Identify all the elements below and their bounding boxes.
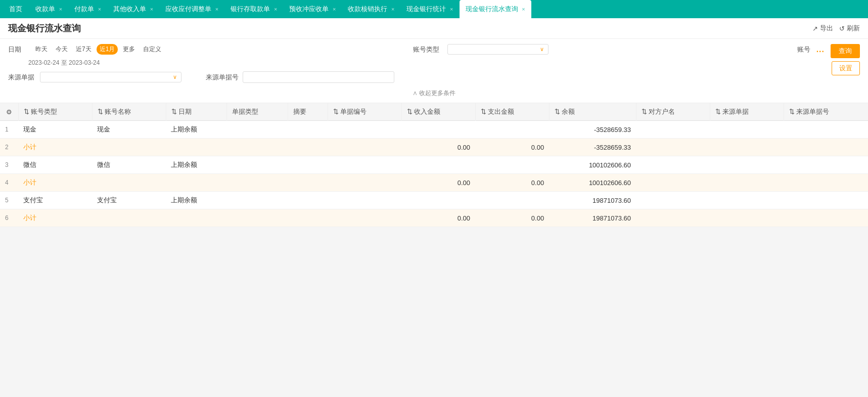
cell-balance: -3528659.33	[549, 139, 636, 156]
close-cash-flow-icon[interactable]: ×	[522, 6, 525, 12]
date-range-display: 2023-02-24 至 2023-03-24	[28, 59, 100, 66]
close-shoukuandan-icon[interactable]: ×	[59, 6, 62, 12]
th-expense[interactable]: ⇅ 支出金额	[475, 103, 549, 121]
date-opt-today[interactable]: 今天	[53, 44, 71, 55]
close-adjustment-icon[interactable]: ×	[215, 6, 218, 12]
cell-income: 0.00	[401, 139, 475, 156]
close-cash-stats-icon[interactable]: ×	[450, 6, 453, 12]
th-account-name[interactable]: ⇅ 账号名称	[92, 103, 166, 121]
cell-doc-no	[328, 192, 401, 209]
top-navigation: 首页 收款单 × 付款单 × 其他收入单 × 应收应付调整单 × 银行存取款单 …	[0, 0, 868, 18]
refresh-icon: ↺	[839, 25, 845, 32]
cell-date: 上期余额	[166, 121, 226, 139]
cell-source-doc	[710, 192, 784, 209]
cell-balance: 19871073.60	[549, 192, 636, 209]
collapse-label: 收起更多条件	[419, 90, 455, 97]
cell-doc-no	[328, 121, 401, 139]
cell-summary	[288, 209, 328, 227]
th-gear[interactable]: ⚙	[0, 103, 18, 121]
cell-expense: 0.00	[475, 209, 549, 227]
table-row: 4小计0.000.00100102606.60	[0, 174, 868, 192]
nav-tab-cash-stats[interactable]: 现金银行统计 ×	[400, 0, 459, 18]
cell-date	[166, 209, 226, 227]
cell-date	[166, 139, 226, 156]
date-opt-custom[interactable]: 自定义	[140, 44, 164, 55]
th-source-doc-no[interactable]: ⇅ 来源单据号	[784, 103, 868, 121]
cell-account-name	[92, 174, 166, 192]
table-header-row: ⚙ ⇅ 账号类型 ⇅ 账号名称 ⇅ 日期 单据类型 摘要 ⇅ 单据编号 ⇅ 收入…	[0, 103, 868, 121]
cell-expense	[475, 192, 549, 209]
cell-doc-no	[328, 139, 401, 156]
nav-tab-cash-flow[interactable]: 现金银行流水查询 ×	[460, 0, 531, 18]
page-header: 现金银行流水查询 ↗ 导出 ↺ 刷新	[0, 18, 868, 39]
table-row: 3微信微信上期余额100102606.60	[0, 156, 868, 174]
nav-tab-prepaid[interactable]: 预收冲应收单 ×	[283, 0, 342, 18]
cell-date: 上期余额	[166, 156, 226, 174]
cell-source-doc-no	[784, 209, 868, 227]
nav-tab-adjustment[interactable]: 应收应付调整单 ×	[159, 0, 224, 18]
cell-source-doc-no	[784, 174, 868, 192]
account-type-select[interactable]: ∨	[447, 44, 549, 55]
cell-income: 0.00	[401, 209, 475, 227]
close-fukuandan-icon[interactable]: ×	[98, 6, 101, 12]
close-other-income-icon[interactable]: ×	[150, 6, 153, 12]
account-dots-button[interactable]: ...	[816, 45, 825, 54]
export-button[interactable]: ↗ 导出	[812, 24, 833, 33]
cell-income	[401, 121, 475, 139]
cell-account-name	[92, 209, 166, 227]
source-doc-chevron-icon: ∨	[173, 74, 177, 80]
date-opt-yesterday[interactable]: 昨天	[32, 44, 51, 55]
cell-doc-type	[226, 209, 288, 227]
nav-tab-fukuandan[interactable]: 付款单 ×	[68, 0, 107, 18]
settings-button[interactable]: 设置	[832, 61, 860, 75]
th-income[interactable]: ⇅ 收入金额	[401, 103, 475, 121]
export-icon: ↗	[812, 25, 818, 32]
cell-summary	[288, 139, 328, 156]
close-bank-deposit-icon[interactable]: ×	[274, 6, 277, 12]
nav-tab-bank-deposit[interactable]: 银行存取款单 ×	[224, 0, 283, 18]
th-source-doc[interactable]: ⇅ 来源单据	[710, 103, 784, 121]
cell-date	[166, 174, 226, 192]
cell-balance: -3528659.33	[549, 121, 636, 139]
close-prepaid-icon[interactable]: ×	[333, 6, 336, 12]
th-balance[interactable]: ⇅ 余额	[549, 103, 636, 121]
cell-balance: 19871073.60	[549, 209, 636, 227]
source-doc-num-input[interactable]	[243, 71, 394, 83]
cell-source-doc-no	[784, 192, 868, 209]
date-opt-1month[interactable]: 近1月	[97, 44, 118, 55]
cell-source-doc	[710, 209, 784, 227]
cell-balance: 100102606.60	[549, 174, 636, 192]
th-date[interactable]: ⇅ 日期	[166, 103, 226, 121]
cell-doc-type	[226, 174, 288, 192]
cell-row-num: 1	[0, 121, 18, 139]
nav-tab-other-income[interactable]: 其他收入单 ×	[107, 0, 159, 18]
close-collection-icon[interactable]: ×	[391, 6, 394, 12]
date-opt-7days[interactable]: 近7天	[73, 44, 95, 55]
refresh-button[interactable]: ↺ 刷新	[839, 24, 860, 33]
cell-expense	[475, 121, 549, 139]
nav-home[interactable]: 首页	[2, 0, 29, 18]
collapse-bar[interactable]: ∧ 收起更多条件	[8, 87, 860, 101]
cell-source-doc-no	[784, 139, 868, 156]
account-type-chevron-icon: ∨	[540, 46, 544, 53]
nav-tab-collection[interactable]: 收款核销执行 ×	[342, 0, 400, 18]
source-doc-select[interactable]: ∨	[40, 72, 181, 82]
cell-counterpart	[636, 121, 710, 139]
cell-account-type: 现金	[18, 121, 92, 139]
cell-summary	[288, 192, 328, 209]
th-account-type[interactable]: ⇅ 账号类型	[18, 103, 92, 121]
date-opt-more[interactable]: 更多	[120, 44, 138, 55]
cell-income: 0.00	[401, 174, 475, 192]
query-button[interactable]: 查询	[831, 44, 860, 58]
cell-summary	[288, 156, 328, 174]
table-row: 6小计0.000.0019871073.60	[0, 209, 868, 227]
th-doc-no[interactable]: ⇅ 单据编号	[328, 103, 401, 121]
cell-account-type: 支付宝	[18, 192, 92, 209]
cell-row-num: 3	[0, 156, 18, 174]
account-type-label: 账号类型	[413, 45, 443, 54]
th-counterpart[interactable]: ⇅ 对方户名	[636, 103, 710, 121]
cell-account-name	[92, 139, 166, 156]
cell-account-type: 小计	[18, 174, 92, 192]
nav-tab-shoukuandan[interactable]: 收款单 ×	[29, 0, 68, 18]
cell-source-doc-no	[784, 121, 868, 139]
